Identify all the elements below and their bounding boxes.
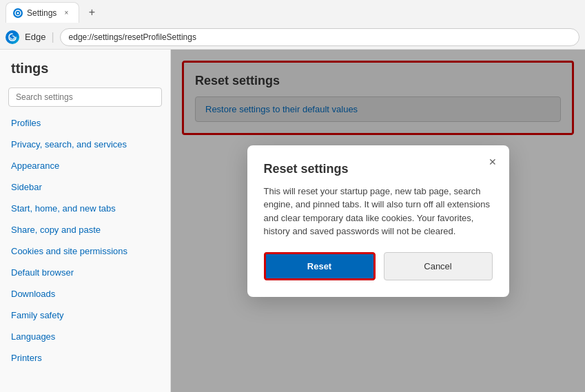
sidebar-item-cookies[interactable]: Cookies and site permissions [0, 240, 170, 262]
settings-tab-icon [13, 8, 23, 18]
tab-close-button[interactable]: × [61, 8, 72, 19]
browser-chrome: Settings × + Edge | [0, 0, 585, 50]
sidebar-item-languages[interactable]: Languages [0, 326, 170, 347]
sidebar-item-printers[interactable]: Printers [0, 347, 170, 369]
content-area: Reset settings Restore settings to their… [171, 50, 585, 392]
tab-bar: Settings × + [0, 0, 585, 25]
address-divider: | [51, 31, 54, 43]
tab-title: Settings [27, 8, 57, 18]
sidebar-item-share-copy[interactable]: Share, copy and paste [0, 219, 170, 240]
modal-title: Reset settings [264, 162, 493, 176]
sidebar-item-downloads[interactable]: Downloads [0, 283, 170, 305]
sidebar-item-family-safety[interactable]: Family safety [0, 305, 170, 326]
sidebar-item-sidebar[interactable]: Sidebar [0, 176, 170, 198]
edge-label: Edge [25, 32, 45, 42]
address-bar: Edge | [0, 25, 585, 50]
sidebar: ttings Profiles Privacy, search, and ser… [0, 50, 171, 392]
modal-actions: Reset Cancel [264, 252, 493, 280]
sidebar-item-appearance[interactable]: Appearance [0, 155, 170, 176]
sidebar-item-privacy[interactable]: Privacy, search, and services [0, 134, 170, 155]
confirm-reset-button[interactable]: Reset [264, 252, 376, 280]
address-input[interactable] [60, 28, 579, 46]
edge-logo [6, 30, 19, 44]
settings-tab[interactable]: Settings × [6, 2, 79, 23]
new-tab-button[interactable]: + [82, 3, 101, 22]
svg-point-1 [17, 12, 19, 14]
modal-description: This will reset your startup page, new t… [264, 185, 493, 238]
cancel-button[interactable]: Cancel [384, 252, 493, 280]
reset-dialog: ✕ Reset settings This will reset your st… [247, 145, 509, 297]
sidebar-item-start-home[interactable]: Start, home, and new tabs [0, 198, 170, 219]
search-settings-container [8, 87, 162, 107]
sidebar-item-default-browser[interactable]: Default browser [0, 262, 170, 283]
main-layout: ttings Profiles Privacy, search, and ser… [0, 50, 585, 392]
sidebar-title: ttings [0, 50, 170, 82]
search-settings-input[interactable] [8, 87, 162, 107]
modal-close-button[interactable]: ✕ [484, 154, 501, 170]
sidebar-item-profiles[interactable]: Profiles [0, 112, 170, 134]
modal-overlay: ✕ Reset settings This will reset your st… [171, 50, 585, 392]
